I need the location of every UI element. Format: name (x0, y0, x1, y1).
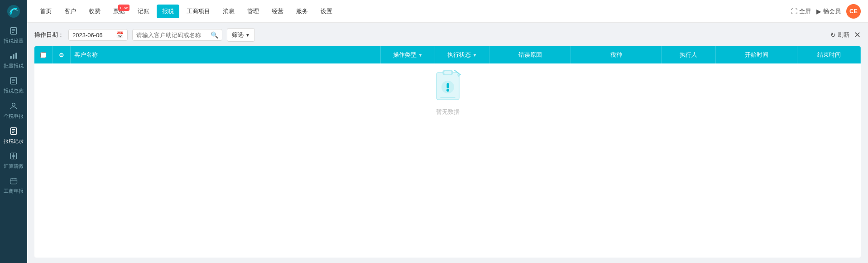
search-icon[interactable]: 🔍 (211, 31, 218, 39)
sidebar-item-label-baoshui-shezhi: 报税设置 (4, 38, 24, 44)
th-exec-status[interactable]: 执行状态 ▼ (435, 46, 489, 63)
svg-rect-6 (13, 54, 14, 59)
table-body-scroll: 暂无数据 (34, 63, 861, 258)
sidebar-item-baoshui-shezhi[interactable]: 报税设置 (0, 23, 27, 48)
svg-rect-7 (15, 53, 17, 59)
top-nav: 首页 客户 收费 票据 new 记账 报税 工商项目 消息 管理 经营 服务 设… (27, 0, 868, 23)
table-empty-state: 暂无数据 (34, 63, 861, 116)
sidebar: 报税设置 批量报税 报税总览 (0, 0, 27, 263)
svg-point-30 (446, 89, 449, 92)
toolbar: 操作日期： 📅 🔍 筛选 ▼ ↻ 刷新 ✕ (34, 28, 861, 42)
filter-button[interactable]: 筛选 ▼ (227, 28, 255, 42)
baoshui-shezhi-icon (9, 26, 18, 37)
baoshui-jilu-icon (9, 127, 18, 137)
nav-item-homepage[interactable]: 首页 (34, 5, 57, 18)
nav-item-jizhang[interactable]: 记账 (132, 5, 155, 18)
sidebar-item-label-zonlian: 报税总览 (4, 88, 24, 94)
gongshang-nianbao-icon (9, 176, 18, 187)
svg-rect-5 (10, 56, 12, 59)
nav-right: ⛶ 全屏 ▶ 畅会员 CE (791, 4, 861, 19)
table-header: ⚙ 客户名称 操作类型 ▼ 执行状态 ▼ 错误原因 税种 (34, 46, 861, 63)
svg-rect-21 (10, 179, 17, 184)
nav-item-fuwu[interactable]: 服务 (291, 5, 313, 18)
geshuishenbao-icon (9, 102, 18, 112)
sidebar-item-label-gongshang: 工商年报 (4, 188, 24, 194)
th-tax-type: 税种 (571, 46, 662, 63)
table-wrap: ⚙ 客户名称 操作类型 ▼ 执行状态 ▼ 错误原因 税种 (34, 46, 861, 258)
sort-icon-status: ▼ (473, 53, 477, 58)
date-label: 操作日期： (34, 31, 64, 39)
th-checkbox[interactable] (34, 46, 53, 63)
select-all-checkbox[interactable] (40, 52, 46, 58)
baoshui-zonlian-icon (9, 76, 18, 87)
search-input[interactable] (136, 32, 209, 39)
search-box[interactable]: 🔍 (132, 29, 222, 41)
avatar[interactable]: CE (846, 4, 861, 19)
piliang-baoshui-icon (9, 51, 18, 62)
refresh-icon: ↻ (830, 31, 836, 39)
svg-point-12 (12, 103, 15, 106)
sidebar-item-gongshang-nianbao[interactable]: 工商年报 (0, 173, 27, 198)
sidebar-item-baoshui-jilu[interactable]: 报税记录 (0, 123, 27, 148)
filter-label: 筛选 (232, 31, 244, 39)
svg-rect-27 (444, 71, 451, 74)
sidebar-item-huisuan[interactable]: 汇算清缴 (0, 148, 27, 173)
date-input[interactable] (72, 32, 113, 39)
main-area: 首页 客户 收费 票据 new 记账 报税 工商项目 消息 管理 经营 服务 设… (27, 0, 868, 263)
nav-item-guanli[interactable]: 管理 (242, 5, 264, 18)
nav-items: 首页 客户 收费 票据 new 记账 报税 工商项目 消息 管理 经营 服务 设… (34, 5, 791, 18)
new-badge: new (118, 5, 129, 11)
refresh-label: 刷新 (838, 31, 849, 39)
settings-icon: ⚙ (59, 52, 64, 58)
th-executor: 执行人 (662, 46, 716, 63)
date-picker[interactable]: 📅 (68, 29, 128, 41)
nav-item-baoshui[interactable]: 报税 (157, 5, 179, 18)
refresh-button[interactable]: ↻ 刷新 (830, 31, 849, 39)
fullscreen-icon: ⛶ (791, 8, 797, 15)
sort-icon-operation: ▼ (418, 53, 423, 58)
svg-rect-29 (446, 83, 449, 88)
content-area: 操作日期： 📅 🔍 筛选 ▼ ↻ 刷新 ✕ (27, 23, 868, 263)
empty-text: 暂无数据 (436, 108, 460, 116)
nav-item-jingying[interactable]: 经营 (266, 5, 289, 18)
nav-item-gongshang[interactable]: 工商项目 (181, 5, 216, 18)
member-label: 畅会员 (823, 7, 841, 15)
nav-item-customer[interactable]: 客户 (59, 5, 82, 18)
sidebar-item-label-huisuan: 汇算清缴 (4, 163, 24, 169)
sidebar-item-label-piliang: 批量报税 (4, 63, 24, 69)
calendar-icon: 📅 (116, 31, 124, 39)
fullscreen-label: 全屏 (799, 7, 811, 15)
nav-item-shezhi[interactable]: 设置 (315, 5, 338, 18)
app-logo[interactable] (0, 0, 27, 23)
sidebar-item-label-jilu: 报税记录 (4, 138, 24, 144)
empty-illustration (430, 63, 466, 104)
svg-point-0 (7, 5, 20, 18)
th-end-time: 结束时间 (797, 46, 861, 63)
fullscreen-button[interactable]: ⛶ 全屏 (791, 7, 811, 15)
chevron-down-icon: ▼ (245, 33, 250, 38)
th-start-time: 开始时间 (716, 46, 797, 63)
video-icon: ▶ (816, 8, 821, 15)
sidebar-item-geshuishenbao[interactable]: 个税申报 (0, 98, 27, 123)
sidebar-item-piliang-baoshui[interactable]: 批量报税 (0, 48, 27, 73)
member-button[interactable]: ▶ 畅会员 (816, 7, 841, 15)
sidebar-item-baoshui-zonlian[interactable]: 报税总览 (0, 73, 27, 97)
nav-item-shoufei[interactable]: 收费 (83, 5, 106, 18)
close-button[interactable]: ✕ (854, 31, 861, 39)
th-customer-name: 客户名称 (71, 46, 381, 63)
th-operation-type[interactable]: 操作类型 ▼ (381, 46, 435, 63)
nav-item-xiaoxi[interactable]: 消息 (217, 5, 240, 18)
huisuan-icon (9, 151, 18, 162)
th-error-reason: 错误原因 (489, 46, 571, 63)
sidebar-item-label-geshui: 个税申报 (4, 113, 24, 119)
th-settings[interactable]: ⚙ (53, 46, 71, 63)
nav-item-piaoju[interactable]: 票据 new (108, 5, 130, 18)
